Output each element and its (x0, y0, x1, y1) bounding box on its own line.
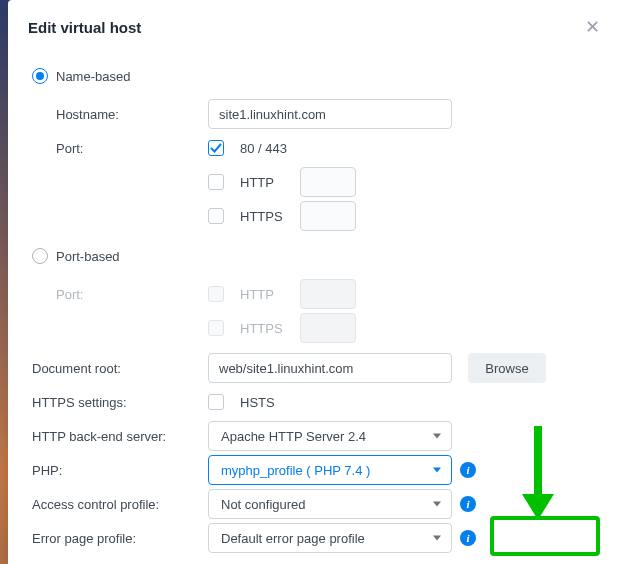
document-root-input[interactable] (208, 353, 452, 383)
info-icon[interactable]: i (460, 462, 476, 478)
https-port-input-name-based[interactable] (300, 201, 356, 231)
acl-value: Not configured (221, 497, 306, 512)
backend-label: HTTP back-end server: (32, 429, 208, 444)
https-label-name-based: HTTPS (240, 209, 292, 224)
https-settings-label: HTTPS settings: (32, 395, 208, 410)
hostname-input[interactable] (208, 99, 452, 129)
port-label-name-based: Port: (32, 141, 208, 156)
port-based-radio[interactable] (32, 248, 48, 264)
error-page-label: Error page profile: (32, 531, 208, 546)
name-based-radio[interactable] (32, 68, 48, 84)
error-page-select[interactable]: Default error page profile (208, 523, 452, 553)
info-icon[interactable]: i (460, 496, 476, 512)
port-8043-label: 80 / 443 (240, 141, 287, 156)
hostname-label: Hostname: (32, 107, 208, 122)
https-checkbox-port-based (208, 320, 224, 336)
https-port-input-port-based (300, 313, 356, 343)
backend-select[interactable]: Apache HTTP Server 2.4 (208, 421, 452, 451)
acl-label: Access control profile: (32, 497, 208, 512)
http-port-input-name-based[interactable] (300, 167, 356, 197)
http-checkbox-name-based[interactable] (208, 174, 224, 190)
edit-virtual-host-dialog: Edit virtual host ✕ Name-based Hostname:… (8, 0, 624, 564)
hsts-label: HSTS (240, 395, 275, 410)
php-select[interactable]: myphp_profile ( PHP 7.4 ) (208, 455, 452, 485)
port-8043-checkbox[interactable] (208, 140, 224, 156)
hsts-checkbox[interactable] (208, 394, 224, 410)
https-label-port-based: HTTPS (240, 321, 292, 336)
port-label-port-based: Port: (32, 287, 208, 302)
http-port-input-port-based (300, 279, 356, 309)
acl-select[interactable]: Not configured (208, 489, 452, 519)
browse-button[interactable]: Browse (468, 353, 546, 383)
https-checkbox-name-based[interactable] (208, 208, 224, 224)
dialog-title: Edit virtual host (28, 19, 141, 36)
name-based-label: Name-based (56, 69, 130, 84)
port-based-label: Port-based (56, 249, 120, 264)
document-root-label: Document root: (32, 361, 208, 376)
dialog-body: Name-based Hostname: Port: 80 / 443 HTTP (8, 52, 624, 560)
dialog-header: Edit virtual host ✕ (8, 0, 624, 52)
php-label: PHP: (32, 463, 208, 478)
backend-value: Apache HTTP Server 2.4 (221, 429, 366, 444)
http-label-port-based: HTTP (240, 287, 292, 302)
http-checkbox-port-based (208, 286, 224, 302)
info-icon[interactable]: i (460, 530, 476, 546)
http-label-name-based: HTTP (240, 175, 292, 190)
close-icon[interactable]: ✕ (581, 14, 604, 40)
error-page-value: Default error page profile (221, 531, 365, 546)
php-value: myphp_profile ( PHP 7.4 ) (221, 463, 370, 478)
dialog-footer: Cancel Save (8, 560, 624, 564)
